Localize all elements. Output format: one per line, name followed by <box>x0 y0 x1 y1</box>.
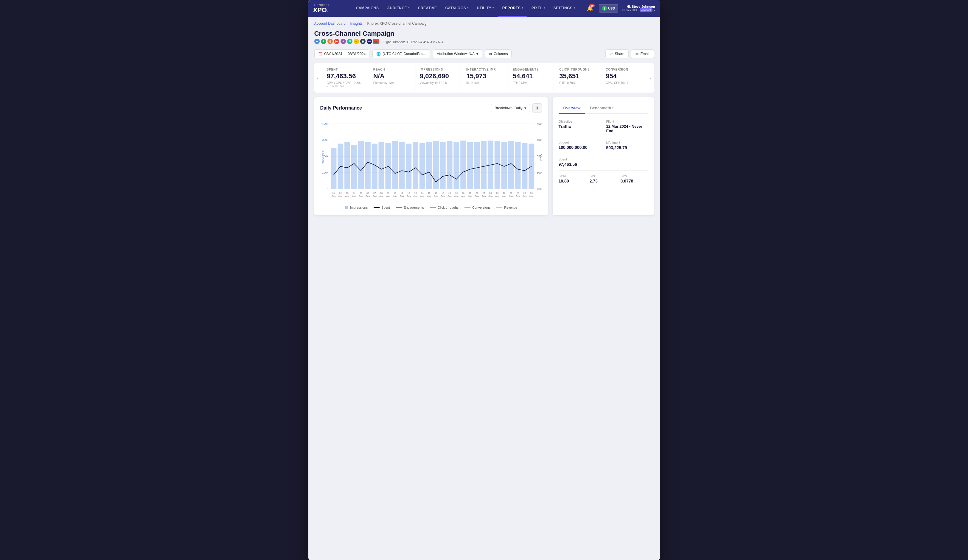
stat-sub-clickthroughs: CTR: 0.39% <box>559 81 595 84</box>
info-objective-value: Traffic <box>559 124 600 129</box>
svg-text:Aug: Aug <box>454 195 459 197</box>
page-header: Cross-Channel Campaign ◈ A ◎ ▶ ✦ ✉ ≡ ◉ ▬… <box>314 30 654 45</box>
page-title: Cross-Channel Campaign <box>314 30 654 38</box>
svg-text:Aug: Aug <box>441 195 445 197</box>
svg-text:400k: 400k <box>322 122 328 126</box>
legend-line-engagements <box>396 207 402 208</box>
chart-legend: Impressions Spent Engagements Click-thro… <box>320 206 542 209</box>
stat-sub-spent: CPM / CPC / CPV: 10.80 / 2.73 / 0.0778 <box>327 81 362 88</box>
svg-text:Aug: Aug <box>338 195 342 197</box>
dollar-icon: $ <box>602 6 607 11</box>
svg-text:04: 04 <box>353 192 355 195</box>
date-range-button[interactable]: 📅 08/01/2024 — 08/31/2024 <box>314 50 370 58</box>
svg-text:18: 18 <box>448 192 451 195</box>
stat-impressions: IMPRESSIONS 9,026,690 Viewability %: 60.… <box>414 63 461 93</box>
logo-xpo: XPO. <box>313 7 329 13</box>
svg-rect-36 <box>467 142 473 189</box>
breadcrumb-sep-2: › <box>365 22 366 25</box>
stat-label-spent: SPENT <box>327 68 362 71</box>
info-metrics-row: CPM 10.80 CPC 2.73 CPV 0.0778 <box>559 174 648 183</box>
svg-text:Aug: Aug <box>448 195 452 197</box>
main-grid: Daily Performance Breakdown: Daily ▾ ⬇ <box>314 97 654 215</box>
svg-text:Aug: Aug <box>434 195 438 197</box>
attribution-button[interactable]: Attribution Window: N/A ▾ <box>433 50 482 58</box>
email-icon: ✉ <box>635 52 638 56</box>
svg-text:Aug: Aug <box>481 195 486 197</box>
download-button[interactable]: ⬇ <box>532 103 542 113</box>
svg-text:Aug: Aug <box>373 195 376 197</box>
columns-button[interactable]: ⊞ Columns <box>485 50 512 58</box>
notifications-button[interactable]: 🔔 25 <box>585 3 595 13</box>
nav-item-catalogs[interactable]: CATALOGS▾ <box>441 0 472 17</box>
breakdown-button[interactable]: Breakdown: Daily ▾ <box>491 104 530 112</box>
svg-text:20: 20 <box>462 192 464 195</box>
account-badge: Account <box>640 8 653 12</box>
stat-label-conversion: CONVERSION <box>606 68 641 71</box>
info-flight: Flight 12 Mar 2024 - Never End <box>606 120 648 133</box>
legend-line-spent <box>374 207 380 208</box>
nav-item-audience[interactable]: AUDIENCE▾ <box>383 0 414 17</box>
svg-text:Aug: Aug <box>413 195 418 197</box>
breadcrumb-insights[interactable]: Insights <box>350 21 363 26</box>
nav-item-utility[interactable]: UTILITY▾ <box>472 0 498 17</box>
svg-rect-43 <box>515 142 520 189</box>
info-cpm-value: 10.80 <box>559 178 586 183</box>
channel-icon-display: ◈ <box>314 39 320 44</box>
stat-value-spent: 97,463.56 <box>327 72 362 80</box>
stat-spent: SPENT 97,463.56 CPM / CPC / CPV: 10.80 /… <box>322 63 368 93</box>
svg-text:05: 05 <box>360 192 362 195</box>
filter-bar: 📅 08/01/2024 — 08/31/2024 🌐 (UTC-04:00) … <box>314 50 654 58</box>
svg-text:Aug: Aug <box>420 195 424 197</box>
svg-text:Aug: Aug <box>352 195 356 197</box>
stat-value-engagements: 54,641 <box>513 72 548 80</box>
legend-conversions: Conversions <box>464 206 491 209</box>
currency-button[interactable]: $ USD <box>599 4 618 13</box>
svg-rect-28 <box>413 142 418 189</box>
svg-text:30: 30 <box>530 192 532 195</box>
app-wrapper: KNOREX XPO. CAMPAIGNS AUDIENCE▾ CREATIVE… <box>308 0 660 560</box>
svg-text:02: 02 <box>339 192 341 195</box>
svg-text:Aug: Aug <box>366 195 370 197</box>
stats-nav-right[interactable]: › <box>647 63 654 93</box>
stats-row: ‹ SPENT 97,463.56 CPM / CPC / CPV: 10.80… <box>314 63 654 93</box>
svg-text:Aug: Aug <box>522 195 527 197</box>
logo-area[interactable]: KNOREX XPO. <box>313 3 352 13</box>
stat-label-reach: REACH <box>373 68 409 71</box>
stat-label-impressions: IMPRESSIONS <box>420 68 455 71</box>
flight-info: Flight Duration: 03/12/2024 4:37 AM - N/… <box>383 40 444 44</box>
chevron-down-icon: ▾ <box>476 52 478 56</box>
nav-item-campaigns[interactable]: CAMPAIGNS <box>352 0 383 17</box>
notification-badge: 25 <box>589 4 595 7</box>
info-flight-label: Flight <box>606 120 648 123</box>
stat-value-reach: N/A <box>373 72 409 80</box>
stat-reach: REACH N/A Frequency: N/A <box>368 63 414 93</box>
info-budget-value: 100,000,000.00 <box>559 145 600 150</box>
email-button[interactable]: ✉ Email <box>631 50 654 58</box>
info-spent-value: 97,463.56 <box>559 162 648 167</box>
channel-icon-push: ◉ <box>360 39 366 44</box>
stats-nav-left[interactable]: ‹ <box>314 63 322 93</box>
nav-item-creative[interactable]: CREATIVE <box>414 0 441 17</box>
tab-benchmark[interactable]: Benchmark ℹ <box>585 103 618 114</box>
tab-overview[interactable]: Overview <box>559 103 585 114</box>
timezone-button[interactable]: 🌐 (UTC-04:00) Canada/Eas... <box>373 50 430 58</box>
share-button[interactable]: ↗ Share <box>605 50 629 58</box>
info-lifetime-label: Lifetime ℹ <box>606 140 648 144</box>
stat-value-conversion: 954 <box>606 72 641 80</box>
breadcrumb-account-dashboard[interactable]: Account Dashboard <box>314 21 346 26</box>
legend-line-revenue <box>496 207 502 208</box>
chart-card: Daily Performance Breakdown: Daily ▾ ⬇ <box>314 97 548 215</box>
svg-text:Aug: Aug <box>393 195 397 197</box>
nav-item-settings[interactable]: SETTINGS▾ <box>549 0 580 17</box>
svg-rect-44 <box>522 143 527 189</box>
svg-rect-25 <box>392 141 398 189</box>
svg-rect-30 <box>426 142 432 189</box>
stat-sub-impressions: Viewability %: 60.7% <box>420 81 455 84</box>
user-area[interactable]: Hi, Steve Johnson Knorex XPO Account ▾ <box>622 5 655 12</box>
svg-text:Aug: Aug <box>379 195 383 197</box>
channel-icon-native: ✦ <box>341 39 346 44</box>
nav-item-pixel[interactable]: PIXEL▾ <box>527 0 549 17</box>
legend-engagements: Engagements <box>396 206 424 209</box>
svg-rect-18 <box>345 142 350 189</box>
nav-item-reports[interactable]: REPORTS▾ <box>498 0 527 17</box>
